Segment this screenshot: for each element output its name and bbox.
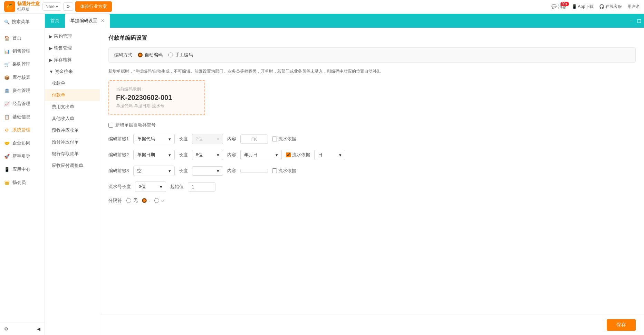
app-download-btn[interactable]: 📱 App下载: [572, 4, 594, 10]
sidebar-item-home[interactable]: 🏠 首页: [0, 31, 45, 45]
tab-close-icon[interactable]: ✕: [101, 18, 104, 23]
sub-menu-receipt[interactable]: 收款单: [45, 77, 100, 89]
config-row-3: 编码前缀3 空 ▾ 长度 ▾ 内容: [108, 166, 636, 176]
sub-menu-expense[interactable]: 费用支出单: [45, 101, 100, 113]
prefix1-select[interactable]: 单据代码 ▾: [133, 134, 175, 144]
sub-menu-adjust[interactable]: 应收应付调整单: [45, 160, 100, 171]
tab-home[interactable]: 首页: [45, 14, 65, 28]
sub-group-purchase[interactable]: ▶ 采购管理: [45, 30, 100, 42]
sidebar-item-purchase[interactable]: 🛒 采购管理: [0, 58, 45, 71]
sidebar-item-collab[interactable]: 🤝 企业协同: [0, 137, 45, 150]
top-bar-nav: Nare ▾ ⚙ 体验行业方案: [42, 1, 112, 12]
prefix3-select[interactable]: 空 ▾: [133, 166, 175, 176]
manual-encode-option[interactable]: 手工编码: [168, 52, 193, 58]
sidebar-item-manage[interactable]: 📈 经营管理: [0, 97, 45, 110]
sub-group-sales[interactable]: ▶ 销售管理: [45, 42, 100, 54]
maximize-icon[interactable]: ⊡: [637, 18, 641, 24]
sub-menu-prepay-pay[interactable]: 预付冲应付单: [45, 136, 100, 148]
sidebar-item-finance[interactable]: 🏦 资金管理: [0, 84, 45, 97]
preview-desc: 单据代码-单据日期-流水号: [116, 103, 198, 109]
search-btn[interactable]: 🔍 搜索菜单: [3, 17, 42, 26]
left-sidebar: 🔍 搜索菜单 🏠 首页 📊 销售管理 🛒 采购管理 📦 库存核算 🏦: [0, 14, 45, 335]
serial2-checkbox[interactable]: [286, 152, 291, 157]
length1-select[interactable]: 2位 ▾: [192, 134, 223, 144]
sep-none-option[interactable]: 无: [126, 197, 138, 204]
chevron-down-icon: ▾: [217, 168, 219, 174]
arrow-down-icon: ▼: [49, 69, 54, 74]
minimize-icon[interactable]: －: [628, 17, 634, 25]
serial2-period-select[interactable]: 日 ▾: [314, 150, 345, 160]
manage-icon: 📈: [4, 101, 10, 106]
system-icon: ⚙: [4, 127, 10, 133]
content1-label: 内容: [227, 136, 236, 142]
sub-menu-payment[interactable]: 付款单: [45, 89, 100, 101]
sub-group-capital[interactable]: ▼ 资金往来: [45, 66, 100, 77]
serial3-check-item: 流水依据: [272, 168, 296, 174]
prefix2-label: 编码前缀2: [108, 152, 129, 158]
arrow-right-icon: ▶: [49, 34, 52, 39]
auto-fill-row: 新增单据自动补空号: [108, 122, 636, 128]
length3-label: 长度: [179, 168, 188, 174]
home-icon: 🏠: [4, 35, 10, 41]
serial1-checkbox[interactable]: [272, 137, 277, 141]
auto-encode-option[interactable]: 自动编码: [138, 52, 163, 58]
stock-icon: 📦: [4, 75, 10, 80]
collapse-icon[interactable]: ◀: [37, 326, 40, 332]
sidebar-item-sales[interactable]: 📊 销售管理: [0, 45, 45, 58]
content2-select[interactable]: 年月日 ▾: [240, 150, 282, 160]
user-avatar[interactable]: 用户名: [627, 4, 640, 10]
content-area: ▶ 采购管理 ▶ 销售管理 ▶ 库存核算 ▼ 资金往来 收款单 付款单 费用支出…: [45, 28, 644, 335]
content3-input: [240, 169, 268, 173]
content2-label: 内容: [227, 152, 236, 158]
guide-icon: 🚀: [4, 153, 10, 159]
sidebar-item-info[interactable]: 📋 基础信息: [0, 110, 45, 123]
serial-length-select[interactable]: 3位 ▾: [135, 182, 166, 192]
sidebar-item-stock[interactable]: 📦 库存核算: [0, 71, 45, 84]
length2-label: 长度: [179, 152, 188, 158]
length2-select[interactable]: 8位 ▾: [192, 150, 223, 160]
preview-box: 当前编码示例： FK-20230602-001 单据代码-单据日期-流水号: [108, 80, 205, 115]
sub-group-stock[interactable]: ▶ 库存核算: [45, 54, 100, 66]
experience-button[interactable]: 体验行业方案: [75, 1, 112, 12]
collab-icon: 🤝: [4, 140, 10, 146]
auto-fill-label: 新增单据自动补空号: [115, 122, 156, 128]
top-bar-right: 💬 消息 99+ 📱 App下载 🎧 在线客服 用户名: [551, 4, 640, 10]
online-service-btn[interactable]: 🎧 在线客服: [599, 4, 622, 10]
nav-dropdown[interactable]: Nare ▾: [42, 2, 61, 11]
page-title: 付款单编码设置: [108, 35, 636, 42]
prefix2-select[interactable]: 单据日期 ▾: [133, 150, 175, 160]
save-button[interactable]: 保存: [607, 319, 636, 331]
prefix1-label: 编码前缀1: [108, 136, 129, 142]
content1-input: FK: [240, 134, 268, 144]
content3-label: 内容: [227, 168, 236, 174]
preview-code: FK-20230602-001: [116, 94, 198, 102]
length3-select[interactable]: ▾: [192, 166, 223, 176]
sidebar-item-vip[interactable]: 👑 畅会员: [0, 176, 45, 189]
sep-circle-option[interactable]: ○: [154, 198, 164, 203]
layout: 🔍 搜索菜单 🏠 首页 📊 销售管理 🛒 采购管理 📦 库存核算 🏦: [0, 0, 644, 335]
service-icon: 🎧: [599, 4, 604, 9]
sub-menu-bank[interactable]: 银行存取款单: [45, 148, 100, 160]
sale-icon: 📊: [4, 48, 10, 54]
sep-dot-option[interactable]: ·: [142, 198, 150, 203]
preview-label: 当前编码示例：: [116, 86, 198, 92]
sidebar-search[interactable]: 🔍 搜索菜单: [0, 14, 45, 30]
chevron-down-icon: ▾: [339, 152, 342, 158]
length1-label: 长度: [179, 136, 188, 142]
message-btn[interactable]: 💬 消息 99+: [551, 4, 566, 10]
page-wrapper: 付款单编码设置 编码方式 自动编码 手工编码: [100, 28, 644, 335]
sidebar-item-guide[interactable]: 🚀 新手引导: [0, 150, 45, 163]
start-value-input[interactable]: [188, 182, 215, 192]
auto-fill-checkbox[interactable]: [108, 123, 113, 128]
sub-menu-prepay-recv[interactable]: 预收冲应收单: [45, 124, 100, 136]
serial3-checkbox[interactable]: [272, 168, 277, 173]
tab-encoding-settings[interactable]: 单据编码设置 ✕: [65, 14, 110, 28]
sidebar-bottom: ⚙ ◀: [0, 323, 45, 335]
tab-bar: 首页 单据编码设置 ✕ － ⊡: [45, 14, 644, 28]
sidebar-item-system[interactable]: ⚙ 系统管理: [0, 123, 45, 137]
settings-btn[interactable]: ⚙: [63, 2, 73, 11]
purchase-icon: 🛒: [4, 62, 10, 67]
sub-menu-income[interactable]: 其他收入单: [45, 113, 100, 124]
sidebar-item-appcenter[interactable]: 📱 应用中心: [0, 163, 45, 176]
settings-icon[interactable]: ⚙: [4, 326, 8, 332]
